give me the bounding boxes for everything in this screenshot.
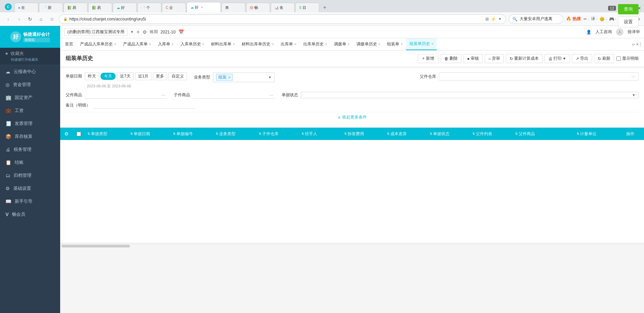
order-status-dropdown-icon[interactable]: ▼ (632, 93, 635, 97)
sidebar-item-invoice[interactable]: 🧾 发票管理 (0, 117, 60, 130)
delete-button[interactable]: 🗑 删除 (441, 54, 461, 63)
col-header-date[interactable]: ⇅ 单据日期 (128, 131, 170, 137)
browser-tab[interactable]: 📄个 (137, 3, 161, 12)
search-bar[interactable]: 🔍 大量安卓用户逃离 (509, 14, 563, 24)
col-header-fee[interactable]: ⇅ 拆装费用 (341, 131, 384, 137)
browser-tab[interactable]: 📗易 (88, 3, 112, 12)
translate-tool[interactable]: 译 · (591, 16, 598, 22)
add-button[interactable]: + 新增 (418, 54, 438, 63)
nav-star-button[interactable]: ☆ (48, 15, 56, 23)
nav-back-button[interactable]: ‹ (4, 15, 12, 23)
nav-refresh-button[interactable]: ↻ (26, 15, 34, 23)
nav-tab-home[interactable]: 首页 (62, 38, 77, 50)
browser-tab[interactable]: 📗易 (64, 3, 88, 12)
child-goods-input[interactable]: ··· (193, 91, 275, 99)
sidebar-item-reports[interactable]: ☁ 云报表中心 (0, 65, 60, 78)
company-selector[interactable]: (勿删勿禁用) 江西服宝测试专用 (64, 28, 128, 36)
parent-goods-input[interactable]: ··· (85, 91, 167, 99)
service-label[interactable]: 人工咨询 (595, 29, 612, 35)
emoji-tool[interactable]: 😊 · (600, 17, 607, 22)
nav-home-button[interactable]: ⌂ (37, 15, 45, 23)
export-button[interactable]: ↗ 导出 (572, 54, 592, 63)
sidebar-favorites[interactable]: ★ 收藏夹 快捷键打开收藏夹 (0, 48, 60, 65)
tab-next-icon[interactable]: › (633, 42, 635, 47)
nav-tab-material-outbound-history[interactable]: 材料出库单历史× (238, 38, 277, 50)
review-button[interactable]: ● 审核 (464, 54, 483, 63)
sidebar-item-settings[interactable]: ⚙ 基础设置 (0, 182, 60, 195)
dropdown-icon[interactable]: ▼ (498, 17, 501, 21)
nav-tab-inbound-history[interactable]: 入库单历史× (177, 38, 208, 50)
col-header-handler[interactable]: ⇅ 经手人 (299, 131, 341, 137)
qr-icon[interactable]: ⊞ (485, 17, 489, 22)
browser-tab[interactable]: 📄新 (39, 3, 63, 12)
nav-tab-outbound-history[interactable]: 出库单历史× (300, 38, 331, 50)
nav-tab-inbound[interactable]: 入库单× (155, 38, 177, 50)
collapse-more-button[interactable]: ∧ 收起更多条件 (66, 112, 639, 122)
print-dropdown-icon[interactable]: ▼ (563, 57, 566, 60)
sidebar-item-tax[interactable]: 🖨 税务管理 (0, 143, 60, 156)
calendar-icon[interactable]: 📅 (178, 29, 184, 34)
refresh-button[interactable]: ↻ 刷新 (594, 54, 614, 63)
biz-type-remove-icon[interactable]: × (228, 75, 230, 80)
horizontal-scrollbar[interactable] (60, 244, 644, 248)
biz-type-selector[interactable]: 组装 × ▼ (213, 72, 274, 82)
column-settings-header[interactable]: ⚙ (60, 131, 72, 137)
address-bar[interactable]: 🔒 https://cloud.chanjet.com/accounting/u… (59, 14, 506, 24)
browser-tab[interactable]: S目 (295, 3, 319, 12)
col-header-biz-type[interactable]: ⇅ 业务类型 (213, 131, 256, 137)
browser-tab[interactable]: 📊各 (271, 3, 295, 12)
tab-more-icon[interactable]: ⋮ (639, 42, 643, 47)
sidebar-item-closing[interactable]: 📋 结账 (0, 156, 60, 169)
parent-goods-more-icon[interactable]: ··· (161, 92, 165, 98)
sidebar-item-inventory[interactable]: 📦 库存核算 (0, 130, 60, 143)
game-tool[interactable]: 🎮 · (609, 17, 617, 22)
browser-tab-active[interactable]: ☁好× (187, 2, 221, 12)
col-header-cost-diff[interactable]: ⇅ 成本差异 (384, 131, 427, 137)
parent-warehouse-more-icon[interactable]: ··· (631, 74, 635, 79)
scissors-tool[interactable]: ✂ · (583, 17, 589, 22)
date-custom-btn[interactable]: 自定义 (169, 72, 187, 80)
biz-type-dropdown-icon[interactable]: ▼ (268, 75, 271, 79)
browser-tab[interactable]: 腾 (222, 3, 245, 12)
nav-tab-finished-goods-history[interactable]: 产成品入库单历史× (77, 38, 120, 50)
display-detail-checkbox[interactable]: 显示明细 (616, 56, 639, 61)
col-header-parent-goods[interactable]: ⇅ 父件商品 (512, 131, 574, 137)
browser-tab[interactable]: ●在 (14, 3, 38, 12)
col-header-type[interactable]: ⇅ 单据类型 (85, 131, 128, 137)
date-today-btn[interactable]: 今天 (100, 73, 116, 80)
company-dropdown-icon[interactable]: ▼ (130, 30, 134, 34)
nav-tab-material-outbound[interactable]: 材料出库单× (207, 38, 238, 50)
settings-gear-icon[interactable]: ⚙ (143, 29, 147, 35)
nav-tab-transfer-history[interactable]: 调拨单历史× (353, 38, 384, 50)
lightning-icon[interactable]: ⚡ (491, 17, 496, 22)
date-more-btn[interactable]: 更多 (153, 72, 167, 80)
tab-close-all-icon[interactable]: × (636, 42, 639, 47)
nav-forward-button[interactable]: › (15, 15, 23, 23)
sidebar-item-payroll[interactable]: 💼 工资 (0, 104, 60, 117)
browser-tab[interactable]: C企 (162, 3, 186, 12)
date-7days-btn[interactable]: 近7天 (117, 72, 134, 80)
sidebar-item-finance[interactable]: ◎ 资金管理 (0, 78, 60, 91)
parent-warehouse-input[interactable]: ··· (439, 72, 639, 81)
col-header-parent-list[interactable]: ⇅ 父件列表 (470, 131, 512, 137)
print-button[interactable]: 🖨 打印 ▼ (545, 54, 570, 63)
recalculate-button[interactable]: ↻ 重新计算成本 (506, 54, 542, 63)
date-1month-btn[interactable]: 近1月 (135, 72, 152, 80)
add-company-button[interactable]: + (136, 29, 139, 35)
nav-tab-outbound[interactable]: 出库单× (277, 38, 300, 50)
abandon-button[interactable]: ○ 弃审 (485, 54, 504, 63)
child-goods-more-icon[interactable]: ··· (269, 92, 273, 98)
col-header-status[interactable]: ⇅ 单据状态 (427, 131, 470, 137)
nav-tab-finished-goods[interactable]: 产成品入库单× (120, 38, 155, 50)
date-yesterday-btn[interactable]: 昨天 (85, 72, 99, 80)
sidebar-item-archive[interactable]: 🗂 归档管理 (0, 169, 60, 182)
col-header-child-warehouse[interactable]: ⇅ 子件仓库 (256, 131, 299, 137)
sidebar-item-assets[interactable]: 🏢 固定资产 (0, 91, 60, 104)
new-tab-button[interactable]: + (320, 3, 330, 12)
nav-tab-assembly[interactable]: 组装单× (384, 38, 406, 50)
sidebar-item-guide[interactable]: 📖 新手引导 (0, 195, 60, 208)
browser-tab[interactable]: ☁好 (113, 3, 137, 12)
browser-tab[interactable]: Ⓜ畅 (246, 3, 270, 12)
username[interactable]: 徐泽华 (628, 29, 640, 35)
select-all-checkbox[interactable] (72, 132, 85, 136)
